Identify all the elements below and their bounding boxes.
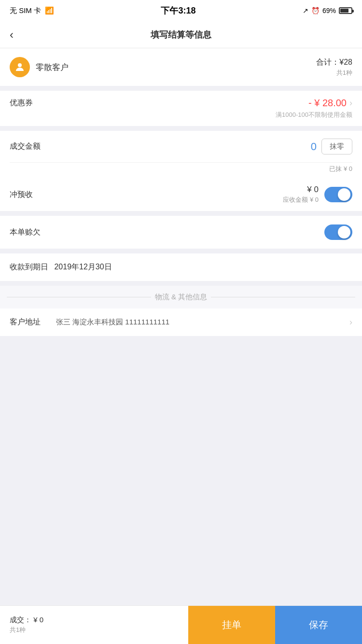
coupon-section[interactable]: 优惠券 - ¥ 28.00 › 满1000-100不限制使用金额 <box>0 91 362 126</box>
customer-right: 合计：¥28 共1种 <box>316 57 352 77</box>
transaction-label: 成交金额 <box>10 141 41 152</box>
hang-order-button[interactable]: 挂单 <box>188 606 275 644</box>
transaction-row: 成交金额 0 抹零 <box>10 131 352 163</box>
credit-toggle[interactable] <box>324 224 352 240</box>
due-date-label: 收款到期日 <box>10 263 48 271</box>
bottom-info: 成交： ¥ 0 共1种 <box>0 606 188 644</box>
prepayment-amount: ¥ 0 <box>283 185 319 195</box>
prepayment-row: 冲预收 ¥ 0 应收金额 ¥ 0 <box>10 178 352 211</box>
prepayment-right: ¥ 0 应收金额 ¥ 0 <box>283 185 352 204</box>
customer-name: 零散客户 <box>36 62 69 73</box>
address-label: 客户地址 <box>10 317 48 327</box>
bottom-deal: 成交： ¥ 0 <box>10 616 188 625</box>
round-zero-button[interactable]: 抹零 <box>321 139 352 154</box>
credit-toggle-knob <box>338 226 350 238</box>
credit-section: 本单赊欠 <box>0 216 362 249</box>
logistics-line-left <box>7 297 151 297</box>
due-date-value[interactable]: 2019年12月30日 <box>54 263 111 271</box>
no-sim-text: 无 SIM 卡 <box>10 6 41 15</box>
coupon-description: 满1000-100不限制使用金额 <box>276 111 352 119</box>
toggle-knob <box>338 188 350 201</box>
status-left: 无 SIM 卡 📶 <box>10 6 54 15</box>
prepayment-label: 冲预收 <box>10 190 33 200</box>
transaction-value[interactable]: 0 <box>311 140 317 153</box>
status-bar: 无 SIM 卡 📶 下午3:18 ↗ ⏰ 69% <box>0 0 362 21</box>
page-title: 填写结算等信息 <box>151 29 211 41</box>
save-button[interactable]: 保存 <box>275 606 362 644</box>
prepayment-values: ¥ 0 应收金额 ¥ 0 <box>283 185 319 204</box>
back-button[interactable]: ‹ <box>10 28 14 42</box>
customer-left: 零散客户 <box>10 57 69 77</box>
nav-bar: ‹ 填写结算等信息 <box>0 21 362 48</box>
customer-row: 零散客户 合计：¥28 共1种 <box>0 48 362 86</box>
coupon-label: 优惠券 <box>10 98 33 108</box>
wifi-icon: 📶 <box>45 6 54 15</box>
logistics-header: 物流 & 其他信息 <box>0 286 362 308</box>
prepayment-toggle[interactable] <box>324 187 352 202</box>
logistics-label: 物流 & 其他信息 <box>155 293 207 302</box>
receivable-amount: 应收金额 ¥ 0 <box>283 196 319 204</box>
credit-row: 本单赊欠 <box>10 216 352 249</box>
battery-icon <box>339 7 352 14</box>
location-icon: ↗ <box>303 7 308 14</box>
total-count: 共1种 <box>316 69 352 77</box>
status-right: ↗ ⏰ 69% <box>303 7 352 14</box>
avatar <box>10 57 30 77</box>
due-date-row: 收款到期日 2019年12月30日 <box>0 253 362 281</box>
transaction-right: 0 抹零 <box>311 139 352 154</box>
address-value: 张三 海淀永丰科技园 11111111111 <box>56 318 342 327</box>
coupon-row[interactable]: 优惠券 - ¥ 28.00 › 满1000-100不限制使用金额 <box>0 91 362 126</box>
address-chevron: › <box>349 317 352 327</box>
coupon-amount: - ¥ 28.00 <box>308 98 347 109</box>
alarm-icon: ⏰ <box>311 7 320 14</box>
content: 零散客户 合计：¥28 共1种 优惠券 - ¥ 28.00 › 满1000-10… <box>0 48 362 389</box>
address-section[interactable]: 客户地址 张三 海淀永丰科技园 11111111111 › <box>0 308 362 336</box>
transaction-section: 成交金额 0 抹零 已抹 ¥ 0 冲预收 ¥ 0 应收金额 ¥ 0 <box>0 131 362 211</box>
already-rounded: 已抹 ¥ 0 <box>10 163 352 178</box>
bottom-bar: 成交： ¥ 0 共1种 挂单 保存 <box>0 605 362 644</box>
due-date-section: 收款到期日 2019年12月30日 <box>0 253 362 281</box>
logistics-line-right <box>211 297 355 297</box>
customer-section: 零散客户 合计：¥28 共1种 <box>0 48 362 86</box>
status-time: 下午3:18 <box>161 5 195 16</box>
coupon-desc: 满1000-100不限制使用金额 <box>10 111 352 119</box>
battery-text: 69% <box>322 7 336 14</box>
credit-label: 本单赊欠 <box>10 227 41 238</box>
svg-point-0 <box>18 63 22 67</box>
coupon-chevron: › <box>349 98 352 108</box>
bottom-count: 共1种 <box>10 626 188 634</box>
address-row[interactable]: 客户地址 张三 海淀永丰科技园 11111111111 › <box>0 308 362 336</box>
coupon-top: 优惠券 - ¥ 28.00 › <box>10 98 352 109</box>
total-amount: 合计：¥28 <box>316 57 352 68</box>
